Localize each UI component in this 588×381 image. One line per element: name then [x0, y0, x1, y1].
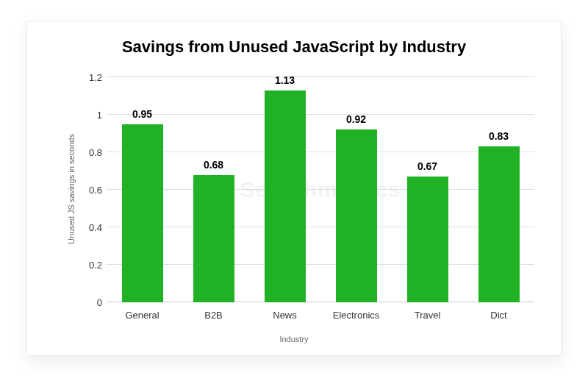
gridline: 0.4	[107, 227, 534, 227]
bar-value-label: 0.83	[489, 130, 509, 142]
bar: 0.92	[336, 129, 377, 302]
x-tick-label: Electronics	[333, 310, 380, 321]
y-axis-label: Unused JS savings in seconds	[67, 134, 76, 244]
y-tick-label: 0	[97, 297, 102, 308]
plot-area: Searchmetrics 00.20.40.60.811.20.95Gener…	[107, 77, 534, 302]
bar-value-label: 0.68	[204, 159, 223, 171]
bar-value-label: 0.95	[132, 108, 152, 120]
bar-value-label: 0.92	[346, 113, 366, 125]
x-tick-label: B2B	[204, 310, 223, 321]
y-tick-label: 0.6	[89, 185, 102, 196]
bar: 0.83	[478, 146, 520, 302]
bar-value-label: 0.67	[417, 160, 437, 172]
bar: 0.95	[122, 124, 163, 302]
gridline: 1.2	[107, 76, 534, 77]
x-axis-label: Industry	[27, 335, 561, 343]
gridline: 0.6	[107, 189, 534, 190]
x-tick-label: General	[125, 310, 159, 321]
y-tick-label: 0.2	[89, 260, 102, 271]
x-tick-label: News	[273, 310, 297, 321]
x-tick-label: Travel	[415, 310, 441, 321]
gridline: 0	[107, 302, 534, 302]
y-tick-label: 1.2	[89, 72, 102, 83]
bar: 0.68	[193, 175, 234, 302]
gridline: 0.8	[107, 152, 534, 152]
bar-value-label: 1.13	[275, 74, 295, 86]
bar: 1.13	[265, 90, 306, 302]
y-tick-label: 0.4	[89, 222, 102, 233]
y-tick-label: 1	[97, 110, 102, 121]
x-tick-label: Dict	[490, 310, 506, 321]
chart-card: Savings from Unused JavaScript by Indust…	[26, 21, 562, 356]
gridline: 0.2	[107, 264, 534, 265]
chart-title: Savings from Unused JavaScript by Indust…	[27, 38, 561, 57]
bar: 0.67	[407, 177, 448, 302]
y-tick-label: 0.8	[89, 147, 102, 158]
gridline: 1	[107, 114, 534, 115]
